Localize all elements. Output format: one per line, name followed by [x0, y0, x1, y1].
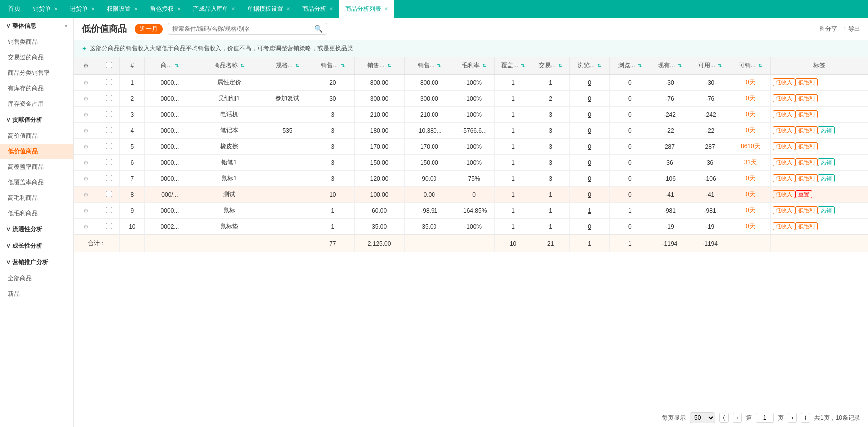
row-checkbox[interactable]: [106, 127, 112, 133]
td-check[interactable]: [99, 187, 120, 203]
share-btn[interactable]: ⎘ 分享: [820, 25, 837, 33]
th-code[interactable]: 商... ⇅: [145, 57, 195, 74]
sidebar-section-marketing[interactable]: ∨ 营销推广分析: [0, 254, 73, 271]
nav-analysis-close[interactable]: ✕: [329, 6, 333, 12]
td-browse1[interactable]: 0: [569, 74, 610, 91]
row-checkbox[interactable]: [106, 95, 112, 101]
last-page-btn[interactable]: ⟩: [801, 413, 810, 423]
nav-home[interactable]: 首页: [2, 0, 27, 18]
nav-permission[interactable]: 权限设置 ✕: [101, 0, 144, 18]
td-browse1[interactable]: 0: [569, 187, 610, 203]
th-sale-amount[interactable]: 销售... ⇅: [404, 57, 454, 74]
td-settings[interactable]: ⚙: [74, 203, 99, 219]
nav-purchase[interactable]: 进货单 ✕: [64, 0, 101, 18]
th-check[interactable]: [99, 57, 120, 74]
td-browse1[interactable]: 0: [569, 171, 610, 187]
td-browse1[interactable]: 0: [569, 123, 610, 139]
page-input[interactable]: [756, 413, 774, 423]
td-browse1[interactable]: 0: [569, 219, 610, 235]
export-btn[interactable]: ↑ 导出: [843, 25, 860, 33]
first-page-btn[interactable]: ⟨: [719, 413, 729, 423]
th-sale-days[interactable]: 可销... ⇅: [730, 57, 771, 74]
th-trade[interactable]: 交易... ⇅: [532, 57, 569, 74]
sidebar-item-high-coverage[interactable]: 高覆盖率商品: [0, 159, 73, 175]
th-browse2[interactable]: 浏览... ⇅: [610, 57, 650, 74]
search-input[interactable]: [172, 25, 314, 32]
sidebar-item-low-margin[interactable]: 低毛利商品: [0, 206, 73, 221]
next-page-btn[interactable]: ›: [788, 413, 797, 423]
nav-sales[interactable]: 销货单 ✕: [27, 0, 64, 18]
td-settings[interactable]: ⚙: [74, 107, 99, 123]
nav-sales-close[interactable]: ✕: [54, 6, 58, 12]
td-settings[interactable]: ⚙: [74, 155, 99, 171]
nav-purchase-close[interactable]: ✕: [91, 6, 95, 12]
th-avail[interactable]: 可用... ⇅: [690, 57, 730, 74]
search-icon[interactable]: 🔍: [314, 25, 323, 33]
row-checkbox[interactable]: [106, 223, 112, 229]
td-check[interactable]: [99, 155, 120, 171]
sidebar-section-overall[interactable]: ∨ 整体信息 «: [0, 18, 73, 34]
sidebar-item-high-value[interactable]: 高价值商品: [0, 128, 73, 144]
row-checkbox[interactable]: [106, 191, 112, 197]
td-check[interactable]: [99, 107, 120, 123]
th-name[interactable]: 商品名称 ⇅: [195, 57, 264, 74]
row-checkbox[interactable]: [106, 143, 112, 149]
td-settings[interactable]: ⚙: [74, 219, 99, 235]
row-checkbox[interactable]: [106, 79, 112, 85]
sidebar-item-category-rate[interactable]: 商品分类销售率: [0, 65, 73, 81]
sidebar-item-new-products[interactable]: 新品: [0, 286, 73, 302]
nav-inventory[interactable]: 产成品入库单 ✕: [187, 0, 241, 18]
sidebar-item-low-value[interactable]: 低价值商品: [0, 144, 73, 159]
sidebar-section-contribution[interactable]: ∨ 贡献值分析: [0, 112, 73, 128]
td-browse1[interactable]: 0: [569, 91, 610, 107]
td-check[interactable]: [99, 139, 120, 155]
td-check[interactable]: [99, 91, 120, 107]
nav-template[interactable]: 单据模板设置 ✕: [241, 0, 296, 18]
td-browse1[interactable]: 1: [569, 203, 610, 219]
td-check[interactable]: [99, 171, 120, 187]
th-spec[interactable]: 规格... ⇅: [264, 57, 311, 74]
nav-analysis[interactable]: 商品分析 ✕: [296, 0, 339, 18]
td-check[interactable]: [99, 123, 120, 139]
sidebar-item-high-margin[interactable]: 高毛利商品: [0, 190, 73, 206]
td-settings[interactable]: ⚙: [74, 171, 99, 187]
td-settings[interactable]: ⚙: [74, 91, 99, 107]
sidebar-collapse-btn[interactable]: «: [64, 23, 67, 29]
td-check[interactable]: [99, 74, 120, 91]
sidebar-item-stock-capital[interactable]: 库存资金占用: [0, 96, 73, 112]
th-sale-price[interactable]: 销售... ⇅: [354, 57, 404, 74]
td-check[interactable]: [99, 203, 120, 219]
sidebar-item-sales-category[interactable]: 销售类商品: [0, 34, 73, 50]
sidebar-item-low-coverage[interactable]: 低覆盖率商品: [0, 175, 73, 190]
nav-analysis-list[interactable]: 商品分析列表 ✕: [339, 0, 394, 18]
sidebar-section-flow[interactable]: ∨ 流通性分析: [0, 221, 73, 238]
date-tag-btn[interactable]: 近一月: [135, 24, 163, 34]
td-settings[interactable]: ⚙: [74, 123, 99, 139]
nav-template-close[interactable]: ✕: [286, 6, 290, 12]
select-all-checkbox[interactable]: [106, 62, 112, 68]
sidebar-item-traded[interactable]: 交易过的商品: [0, 50, 73, 65]
nav-permission-close[interactable]: ✕: [134, 6, 138, 12]
th-stock[interactable]: 现有... ⇅: [650, 57, 690, 74]
sidebar-item-has-stock[interactable]: 有库存的商品: [0, 81, 73, 96]
th-sale-qty[interactable]: 销售... ⇅: [311, 57, 354, 74]
row-checkbox[interactable]: [106, 159, 112, 165]
sidebar-section-growth[interactable]: ∨ 成长性分析: [0, 238, 73, 254]
prev-page-btn[interactable]: ‹: [733, 413, 742, 423]
row-checkbox[interactable]: [106, 207, 112, 213]
row-checkbox[interactable]: [106, 175, 112, 181]
td-browse1[interactable]: 0: [569, 139, 610, 155]
td-settings[interactable]: ⚙: [74, 74, 99, 91]
th-browse1[interactable]: 浏览... ⇅: [569, 57, 610, 74]
td-check[interactable]: [99, 219, 120, 235]
th-settings[interactable]: ⚙: [74, 57, 99, 74]
td-settings[interactable]: ⚙: [74, 139, 99, 155]
row-checkbox[interactable]: [106, 111, 112, 117]
td-settings[interactable]: ⚙: [74, 187, 99, 203]
sidebar-item-all-products[interactable]: 全部商品: [0, 271, 73, 286]
td-browse1[interactable]: 0: [569, 155, 610, 171]
td-browse1[interactable]: 0: [569, 107, 610, 123]
per-page-select[interactable]: 50 20 100: [690, 412, 715, 423]
nav-role[interactable]: 角色授权 ✕: [144, 0, 187, 18]
nav-inventory-close[interactable]: ✕: [231, 6, 235, 12]
